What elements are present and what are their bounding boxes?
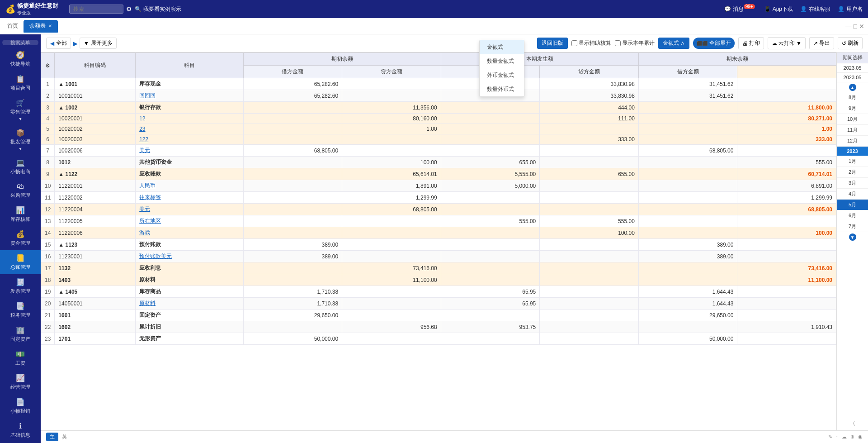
sidebar-item-invoice[interactable]: 🧾 发票管理 — [0, 274, 41, 298]
period-oct[interactable]: 10月 — [837, 114, 868, 125]
tab-balance[interactable]: 余额表 ✕ — [24, 20, 58, 33]
sidebar-item-ecommerce[interactable]: 💻 小畅电商 — [0, 155, 41, 179]
period-feb[interactable]: 2月 — [837, 167, 868, 178]
row-opening-debit — [243, 262, 342, 274]
code-header: 科目编码 — [55, 53, 136, 78]
row-subject[interactable]: 原材料 — [136, 298, 243, 310]
opening-debit-header: 借方金额 — [243, 66, 342, 78]
sidebar-item-accounting[interactable]: 📒 总账管理 — [0, 250, 41, 274]
row-subject: 固定资产 — [136, 310, 243, 321]
back-to-old-btn[interactable]: 退回旧版 — [537, 38, 568, 49]
row-subject[interactable]: 所在地区 — [136, 215, 243, 227]
tab-close-icon[interactable]: ✕ — [48, 24, 52, 29]
row-subject[interactable]: 美元 — [136, 145, 243, 157]
tab-home[interactable]: 首页 — [4, 22, 22, 30]
app-download-icon[interactable]: 📱 App下载 — [764, 5, 793, 13]
dropdown-amount[interactable]: 金额式 — [480, 40, 524, 54]
online-service-icon[interactable]: 👤 在线客服 — [800, 5, 830, 13]
status-record-icon[interactable]: ◉ — [858, 434, 863, 440]
row-subject[interactable]: 12 — [136, 114, 243, 124]
message-icon[interactable]: 💬 消息 99+ — [724, 5, 757, 13]
row-subject[interactable]: 23 — [136, 124, 243, 134]
dropdown-foreign-amount[interactable]: 外币金额式 — [480, 68, 524, 82]
ytd-check[interactable]: 显示本年累计 — [615, 39, 655, 47]
sidebar-item-operations[interactable]: 📈 经营管理 — [0, 370, 41, 394]
global-search[interactable] — [69, 5, 123, 14]
subsidiary-check[interactable]: 显示辅助核算 — [571, 39, 611, 47]
period-up-btn[interactable]: ▲ — [849, 84, 856, 91]
status-add-icon[interactable]: ⊕ — [850, 434, 854, 440]
expand-all-btn[interactable]: ⬛⬛ 全部展开 — [693, 38, 735, 49]
status-main-btn[interactable]: 主 — [46, 433, 58, 441]
window-close[interactable]: ✕ — [859, 23, 864, 30]
row-subject[interactable]: 往来标签 — [136, 192, 243, 204]
row-opening-debit — [243, 102, 342, 114]
row-no: 2 — [41, 90, 55, 102]
toolbar-right: 退回旧版 显示辅助核算 显示本年累计 金额式 ∧ ⬛⬛ 全部展开 🖨 — [537, 37, 863, 49]
sidebar-item-retail[interactable]: 🛒 零售管理 ▼ — [0, 95, 41, 125]
expand-button[interactable]: ▼ 展开更多 — [80, 38, 117, 49]
sidebar-item-nav[interactable]: 🧭 快捷导航 — [0, 47, 41, 71]
amount-type-btn[interactable]: 金额式 ∧ — [658, 38, 689, 49]
sidebar-item-purchase[interactable]: 🛍 采购管理 — [0, 179, 41, 202]
row-subject[interactable]: 人民币 — [136, 180, 243, 192]
export-btn[interactable]: ↗ 导出 — [809, 37, 834, 49]
row-current-credit: 333.00 — [540, 134, 639, 145]
sidebar-item-project[interactable]: 📋 项目合同 — [0, 71, 41, 95]
period-apr[interactable]: 4月 — [837, 189, 868, 200]
row-no: 10 — [41, 180, 55, 192]
sidebar-item-inventory[interactable]: 📊 库存核算 — [0, 202, 41, 226]
subsidiary-checkbox[interactable] — [571, 40, 577, 46]
period-dec[interactable]: 12月 — [837, 136, 868, 147]
row-subject[interactable]: 游戏 — [136, 227, 243, 239]
row-subject[interactable]: 回回回 — [136, 90, 243, 102]
row-subject: 原材料 — [136, 274, 243, 286]
period-aug[interactable]: 8月 — [837, 92, 868, 103]
row-subject[interactable]: 美元 — [136, 204, 243, 215]
status-cloud-icon[interactable]: ☁ — [842, 434, 847, 440]
settings-header[interactable]: ⚙ — [41, 53, 55, 78]
period-nov[interactable]: 11月 — [837, 125, 868, 136]
status-lang[interactable]: 英 — [62, 433, 67, 440]
row-subject[interactable]: 预付账款美元 — [136, 251, 243, 262]
row-code: ▲ 1123 — [55, 239, 136, 251]
user-avatar[interactable]: 👤 用户名 — [838, 5, 863, 13]
status-edit-icon[interactable]: ✎ — [828, 434, 832, 440]
sidebar-item-tax[interactable]: 📑 税务管理 — [0, 298, 41, 322]
period-may[interactable]: 5月 — [837, 200, 868, 210]
dropdown-qty-foreign[interactable]: 数量外币式 — [480, 82, 524, 96]
print-btn[interactable]: 🖨 打印 — [738, 37, 764, 49]
dropdown-qty-amount[interactable]: 数量金额式 — [480, 54, 524, 68]
period-jul[interactable]: 7月 — [837, 221, 868, 232]
row-closing-credit: 1.00 — [737, 124, 836, 134]
ytd-checkbox[interactable] — [615, 40, 621, 46]
sidebar-search[interactable] — [2, 40, 38, 45]
period-down-btn[interactable]: ▼ — [849, 233, 856, 241]
period-mar[interactable]: 3月 — [837, 178, 868, 189]
row-code: 1132 — [55, 262, 136, 274]
period-sep[interactable]: 9月 — [837, 103, 868, 114]
app-logo: 💰 畅捷通好生意财 专业版 — [5, 2, 58, 16]
row-subject[interactable]: 122 — [136, 134, 243, 145]
demo-link[interactable]: 🔍 我要看实例演示 — [135, 5, 181, 13]
sidebar-item-report[interactable]: 📄 小畅报销 — [0, 394, 41, 418]
refresh-btn[interactable]: ↺ 刷新 — [838, 37, 863, 49]
period-jan[interactable]: 1月 — [837, 156, 868, 167]
status-upload-icon[interactable]: ↑ — [836, 434, 839, 440]
period-jun[interactable]: 6月 — [837, 210, 868, 221]
period-collapse[interactable]: 〈 — [837, 417, 868, 430]
settings-icon[interactable]: ⚙ — [126, 5, 132, 13]
sidebar-item-assets[interactable]: 🏢 固定资产 — [0, 322, 41, 346]
window-maximize[interactable]: □ — [854, 23, 857, 30]
sidebar-item-basic[interactable]: ℹ 基础信息 — [0, 418, 41, 442]
period-2023[interactable]: 2023 — [837, 147, 868, 156]
row-code: 1601 — [55, 310, 136, 321]
sidebar-item-wholesale[interactable]: 📦 批发管理 ▼ — [0, 125, 41, 155]
sidebar-item-capital[interactable]: 💰 资金管理 — [0, 226, 41, 250]
sidebar-item-salary[interactable]: 💵 工资 — [0, 346, 41, 370]
all-button[interactable]: ◀ 全部 — [46, 38, 71, 49]
window-minimize[interactable]: — — [845, 23, 852, 30]
row-closing-debit — [638, 114, 737, 124]
retail-icon: 🛒 — [16, 99, 25, 107]
cloud-print-btn[interactable]: ☁ 云打印 ▼ — [768, 37, 806, 49]
